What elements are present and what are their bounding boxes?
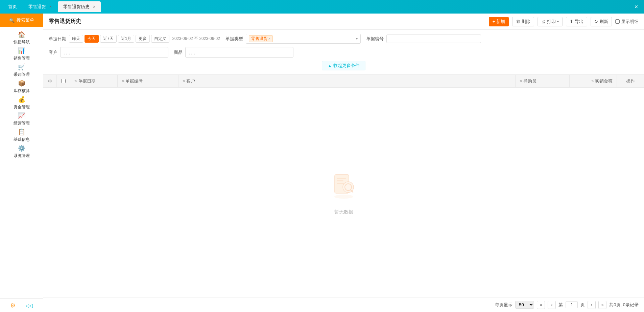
date-shortcuts-group: 昨天 今天 近7天 近1月 更多 自定义	[69, 35, 169, 43]
bill-no-label: 单据编号	[366, 36, 384, 42]
prev-page-button[interactable]: ‹	[548, 301, 556, 309]
customer-select[interactable]: ...	[60, 47, 168, 58]
sidebar-item-sales-mgmt[interactable]: 📊 销售管理	[0, 46, 43, 62]
sort-customer-icon[interactable]: ⇅	[183, 79, 185, 83]
th-amount: ⇅ 实销金额	[570, 75, 617, 87]
page-title: 零售退货历史	[49, 18, 81, 25]
sidebar-item-operations[interactable]: 📈 经营管理	[0, 111, 43, 127]
filter-customer-field: 客户 ...	[49, 47, 168, 58]
sort-date-icon[interactable]: ⇅	[74, 79, 77, 83]
svg-rect-3	[337, 180, 343, 181]
pagination-summary: 共0页, 0条记录	[609, 302, 639, 308]
purchase-mgmt-icon: 🛒	[18, 63, 25, 71]
search-icon: 🔍	[9, 18, 15, 23]
refresh-button[interactable]: ↻ 刷新	[591, 17, 612, 26]
sidebar-item-basic-info[interactable]: 📋 基础信息	[0, 127, 43, 143]
refresh-icon: ↻	[594, 19, 598, 24]
tag-label: 零售退货	[251, 36, 267, 42]
inventory-icon: 📦	[18, 80, 25, 87]
main-layout: 🔍 搜索菜单 🏠 快捷导航📊 销售管理🛒 采购管理📦 库存核算💰 资金管理📈 经…	[0, 14, 644, 312]
tab-close-retail-return[interactable]: ×	[49, 4, 52, 9]
custom-btn[interactable]: 自定义	[151, 35, 169, 43]
tab-retail-return[interactable]: 零售退货×	[23, 1, 57, 12]
today-btn[interactable]: 今天	[85, 35, 99, 43]
date-label: 单据日期	[49, 36, 66, 42]
export-button[interactable]: ⬆ 导出	[566, 17, 587, 26]
sidebar-search-button[interactable]: 🔍 搜索菜单	[0, 14, 43, 27]
bill-type-chevron-icon: ▾	[356, 37, 358, 41]
page-actions: + 新增 🗑 删除 🖨 打印 ▾ ⬆ 导出 ↻ 刷新	[489, 17, 639, 26]
page-label: 第	[558, 302, 563, 308]
empty-state: 暂无数据	[43, 88, 644, 297]
svg-point-0	[334, 195, 353, 199]
empty-text: 暂无数据	[334, 209, 353, 215]
filter-area: 单据日期 昨天 今天 近7天 近1月 更多 自定义 2023-06-02 至 2…	[43, 30, 644, 75]
table-header: ⚙ ⇅ 单据日期 ⇅ 单据编号 ⇅ 客户 ⇅	[43, 75, 644, 88]
sort-billno-icon[interactable]: ⇅	[122, 79, 124, 83]
sort-amount-icon[interactable]: ⇅	[591, 79, 594, 83]
sidebar: 🔍 搜索菜单 🏠 快捷导航📊 销售管理🛒 采购管理📦 库存核算💰 资金管理📈 经…	[0, 14, 43, 312]
tab-retail-return-history[interactable]: 零售退货历史×	[58, 1, 101, 12]
display-toggle-checkbox[interactable]	[615, 19, 620, 24]
operations-icon: 📈	[18, 112, 25, 119]
th-checkbox[interactable]	[57, 75, 70, 87]
th-date: ⇅ 单据日期	[70, 75, 118, 87]
last7days-btn[interactable]: 近7天	[100, 35, 117, 43]
last1month-btn[interactable]: 近1月	[118, 35, 135, 43]
customer-dots: ...	[63, 48, 71, 56]
page-input[interactable]	[566, 301, 578, 308]
collapse-icon: ▲	[328, 63, 332, 68]
sidebar-bottom: ⚙ ◁◁	[0, 298, 43, 312]
last-page-button[interactable]: »	[598, 301, 606, 309]
filter-goods-field: 商品 ...	[174, 47, 293, 58]
sidebar-search-label: 搜索菜单	[17, 17, 34, 23]
bill-type-label: 单据类型	[225, 36, 243, 42]
sidebar-item-quick-nav[interactable]: 🏠 快捷导航	[0, 30, 43, 46]
th-billno: ⇅ 单据编号	[118, 75, 178, 87]
next-page-button[interactable]: ›	[588, 301, 596, 309]
date-range-display: 2023-06-02 至 2023-06-02	[172, 36, 220, 42]
settings-icon[interactable]: ⚙	[10, 302, 16, 309]
delete-icon: 🗑	[516, 19, 520, 24]
display-toggle[interactable]: 显示明细	[615, 19, 639, 25]
export-icon: ⬆	[570, 19, 573, 24]
sidebar-item-purchase-mgmt[interactable]: 🛒 采购管理	[0, 62, 43, 79]
sidebar-item-finance[interactable]: 💰 资金管理	[0, 95, 43, 111]
first-page-button[interactable]: «	[537, 301, 545, 309]
sidebar-item-inventory[interactable]: 📦 库存核算	[0, 79, 43, 95]
window-controls: ×	[631, 2, 641, 12]
collapse-button[interactable]: ▲ 收起更多条件	[322, 61, 365, 70]
print-chevron-icon: ▾	[557, 20, 559, 23]
sales-mgmt-icon: 📊	[18, 47, 25, 54]
print-button[interactable]: 🖨 打印 ▾	[538, 17, 563, 26]
system-icon: ⚙️	[18, 144, 25, 152]
th-customer: ⇅ 客户	[178, 75, 516, 87]
th-settings[interactable]: ⚙	[43, 75, 57, 87]
tag-close-icon[interactable]: ×	[268, 37, 270, 41]
sidebar-item-label-inventory: 库存核算	[14, 88, 30, 94]
delete-button[interactable]: 🗑 删除	[512, 17, 534, 26]
more-btn[interactable]: 更多	[136, 35, 150, 43]
page-header: 零售退货历史 + 新增 🗑 删除 🖨 打印 ▾ ⬆ 导出 ↻	[43, 14, 644, 30]
bill-type-tag: 零售退货 ×	[249, 35, 273, 42]
window-close-button[interactable]: ×	[631, 2, 641, 12]
select-all-checkbox[interactable]	[61, 79, 66, 83]
filter-billno-field: 单据编号	[366, 35, 481, 43]
filter-row-1: 单据日期 昨天 今天 近7天 近1月 更多 自定义 2023-06-02 至 2…	[49, 34, 639, 44]
audio-icon[interactable]: ◁◁	[25, 303, 33, 308]
bill-no-input[interactable]	[386, 35, 481, 43]
sidebar-item-system[interactable]: ⚙️ 系统管理	[0, 143, 43, 160]
tab-close-retail-return-history[interactable]: ×	[93, 4, 95, 9]
bill-type-select[interactable]: 零售退货 × ▾	[246, 34, 361, 44]
sort-guide-icon[interactable]: ⇅	[520, 79, 522, 83]
content-area: 零售退货历史 + 新增 🗑 删除 🖨 打印 ▾ ⬆ 导出 ↻	[43, 14, 644, 312]
th-ops: 操作	[617, 75, 644, 87]
tab-home[interactable]: 首页	[3, 1, 22, 12]
yesterday-btn[interactable]: 昨天	[69, 35, 83, 43]
basic-info-icon: 📋	[18, 128, 25, 136]
collapse-label: 收起更多条件	[333, 63, 360, 69]
new-button[interactable]: + 新增	[489, 17, 509, 26]
table-area: ⚙ ⇅ 单据日期 ⇅ 单据编号 ⇅ 客户 ⇅	[43, 75, 644, 297]
goods-select[interactable]: ...	[185, 47, 293, 58]
per-page-select[interactable]: 50 10 20 100	[515, 301, 534, 309]
